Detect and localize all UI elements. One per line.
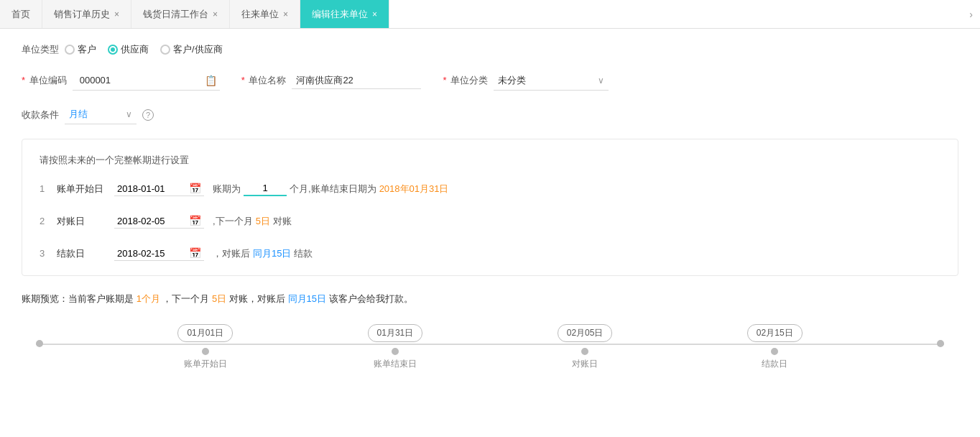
unit-type-row: 单位类型 客户 供应商 客户/供应商 bbox=[22, 43, 958, 56]
unit-code-input[interactable] bbox=[75, 72, 205, 88]
payment-terms-row: 收款条件 月结 ∨ ? bbox=[22, 105, 958, 124]
unit-code-input-wrapper: 📋 bbox=[73, 70, 220, 91]
payment-date-input-wrapper: 📅 bbox=[114, 246, 204, 261]
payment-date-input[interactable] bbox=[117, 248, 189, 259]
preview-part1: 1个月 bbox=[137, 293, 160, 304]
radio-both[interactable]: 客户/供应商 bbox=[160, 43, 223, 56]
setting-row-2: 2 对账日 📅 ,下一个月 5日 对账 bbox=[40, 213, 940, 229]
timeline-start bbox=[36, 340, 43, 347]
tl-dot-3 bbox=[581, 348, 588, 355]
tl-badge-1: 01月01日 bbox=[177, 324, 233, 342]
radio-supplier-label: 供应商 bbox=[121, 43, 149, 56]
copy-icon[interactable]: 📋 bbox=[205, 75, 217, 86]
timeline-end bbox=[937, 340, 944, 347]
timeline-end-dot bbox=[937, 340, 944, 347]
unit-name-label: * 单位名称 bbox=[241, 74, 287, 87]
unit-category-value: 未分类 bbox=[498, 74, 595, 87]
unit-category-label: * 单位分类 bbox=[443, 74, 488, 87]
radio-customer-label: 客户 bbox=[78, 43, 96, 56]
timeline-point-3: 02月05日 对账日 bbox=[558, 324, 613, 370]
unit-category-dropdown[interactable]: 未分类 ∨ bbox=[494, 71, 609, 91]
tab-partner-label: 往来单位 bbox=[241, 8, 279, 21]
reconcile-calendar-icon[interactable]: 📅 bbox=[189, 215, 201, 226]
tl-badge-2: 01月31日 bbox=[368, 324, 423, 342]
setting-row-3: 3 结款日 📅 ，对账后 同月15日 结款 bbox=[40, 246, 940, 261]
tl-dot-1 bbox=[202, 348, 209, 355]
timeline-points: 01月01日 账单开始日 01月31日 账单结束日 02月05日 对账日 02月… bbox=[36, 324, 944, 370]
unit-name-input[interactable] bbox=[292, 72, 421, 89]
preview-suffix: 该客户会给我打款。 bbox=[329, 293, 413, 304]
row-num-1: 1 bbox=[40, 183, 57, 194]
payment-day-highlight: 同月15日 bbox=[253, 247, 291, 260]
tab-home-label: 首页 bbox=[11, 8, 30, 21]
radio-supplier-circle bbox=[108, 45, 118, 55]
tab-partner-close[interactable]: × bbox=[283, 9, 288, 19]
timeline-point-4: 02月15日 结款日 bbox=[747, 324, 803, 370]
period-input[interactable] bbox=[244, 181, 287, 196]
radio-both-circle bbox=[160, 45, 170, 55]
timeline-point-2: 01月31日 账单结束日 bbox=[368, 324, 423, 370]
preview-prefix: 账期预览：当前客户账期是 bbox=[22, 293, 134, 304]
desc-prefix-2: ,下一个月 bbox=[213, 215, 253, 228]
reconcile-date-input[interactable] bbox=[117, 216, 189, 226]
tl-label-1: 账单开始日 bbox=[184, 358, 227, 370]
preview-part2: 5日 bbox=[212, 293, 226, 304]
tab-edit-label: 编辑往来单位 bbox=[312, 8, 368, 21]
payment-terms-value: 月结 bbox=[69, 108, 123, 121]
row-label-2: 对账日 bbox=[57, 215, 114, 228]
tab-sales-close[interactable]: × bbox=[114, 9, 119, 19]
tab-bar: 首页 销售订单历史 × 钱货日清工作台 × 往来单位 × 编辑往来单位 × › bbox=[0, 0, 980, 29]
payment-terms-label: 收款条件 bbox=[22, 109, 59, 121]
start-date-input[interactable] bbox=[117, 183, 189, 194]
tab-arrow[interactable]: › bbox=[962, 0, 980, 28]
unit-category-field: * 单位分类 未分类 ∨ bbox=[443, 71, 609, 91]
timeline-wrapper: 01月01日 账单开始日 01月31日 账单结束日 02月05日 对账日 02月… bbox=[22, 324, 958, 392]
radio-both-label: 客户/供应商 bbox=[173, 43, 223, 56]
desc-suffix-1: 个月,账单结束日期为 bbox=[290, 183, 376, 196]
tab-partner[interactable]: 往来单位 × bbox=[230, 0, 300, 28]
payment-terms-arrow-icon: ∨ bbox=[126, 109, 132, 119]
preview-part3: 同月15日 bbox=[288, 293, 326, 304]
required-star-name: * bbox=[241, 75, 245, 86]
timeline-point-1: 01月01日 账单开始日 bbox=[177, 324, 233, 370]
start-date-input-wrapper: 📅 bbox=[114, 181, 204, 196]
preview-text: 账期预览：当前客户账期是 1个月 ，下一个月 5日 对账，对账后 同月15日 该… bbox=[22, 290, 958, 307]
settings-section: 请按照未来的一个完整帐期进行设置 1 账单开始日 📅 账期为 个月,账单结束日期… bbox=[22, 139, 958, 276]
radio-supplier[interactable]: 供应商 bbox=[108, 43, 149, 56]
reconcile-day-highlight: 5日 bbox=[256, 215, 270, 228]
radio-group: 客户 供应商 客户/供应商 bbox=[65, 43, 223, 56]
tab-cash-work[interactable]: 钱货日清工作台 × bbox=[131, 0, 230, 28]
row-desc-1: 账期为 个月,账单结束日期为 2018年01月31日 bbox=[213, 181, 448, 196]
radio-customer-circle bbox=[65, 45, 75, 55]
payment-terms-dropdown[interactable]: 月结 ∨ bbox=[65, 105, 137, 124]
main-content: 单位类型 客户 供应商 客户/供应商 * 单位编码 bbox=[0, 29, 980, 437]
tab-home[interactable]: 首页 bbox=[0, 0, 42, 28]
tl-dot-4 bbox=[771, 348, 778, 355]
unit-code-field: * 单位编码 📋 bbox=[22, 70, 220, 91]
tab-edit-partner[interactable]: 编辑往来单位 × bbox=[300, 0, 389, 28]
payment-terms-field: 收款条件 月结 ∨ ? bbox=[22, 105, 154, 124]
required-star-cat: * bbox=[443, 75, 446, 86]
unit-category-arrow-icon: ∨ bbox=[598, 75, 604, 86]
tab-edit-close[interactable]: × bbox=[372, 9, 377, 19]
desc-suffix-2: 对账 bbox=[273, 215, 292, 228]
payment-calendar-icon[interactable]: 📅 bbox=[189, 247, 201, 259]
reconcile-date-input-wrapper: 📅 bbox=[114, 213, 204, 229]
tl-label-3: 对账日 bbox=[572, 358, 598, 370]
tl-badge-3: 02月05日 bbox=[558, 324, 613, 342]
desc-prefix-3: ，对账后 bbox=[213, 247, 250, 260]
unit-info-row: * 单位编码 📋 * 单位名称 * 单位分类 未分类 ∨ bbox=[22, 70, 958, 91]
row-label-1: 账单开始日 bbox=[57, 183, 114, 196]
desc-prefix-1: 账期为 bbox=[213, 183, 241, 196]
help-icon[interactable]: ? bbox=[142, 109, 154, 121]
tl-label-2: 账单结束日 bbox=[374, 358, 417, 370]
row-label-3: 结款日 bbox=[57, 247, 114, 260]
tab-cash-close[interactable]: × bbox=[213, 9, 218, 19]
desc-suffix-3: 结款 bbox=[294, 247, 313, 260]
tab-sales-label: 销售订单历史 bbox=[54, 8, 110, 21]
radio-customer[interactable]: 客户 bbox=[65, 43, 96, 56]
row-desc-2: ,下一个月 5日 对账 bbox=[213, 215, 292, 228]
start-date-calendar-icon[interactable]: 📅 bbox=[189, 183, 201, 194]
row-num-3: 3 bbox=[40, 248, 57, 259]
tab-sales-history[interactable]: 销售订单历史 × bbox=[42, 0, 131, 28]
